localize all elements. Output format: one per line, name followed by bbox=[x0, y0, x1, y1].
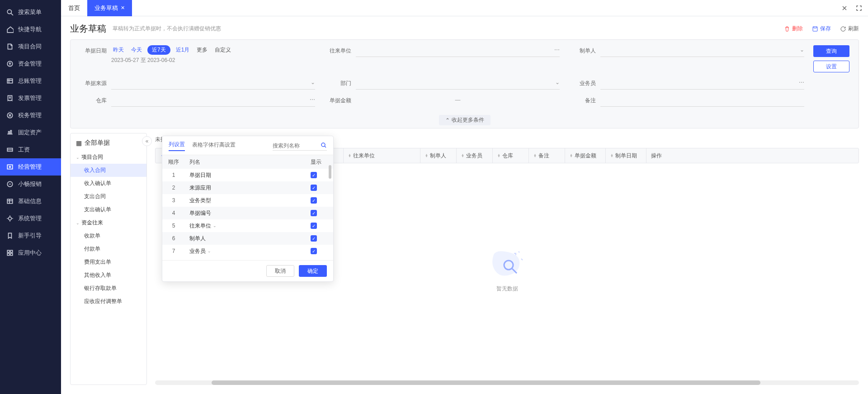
row-checkbox[interactable]: ✓ bbox=[311, 185, 317, 191]
filter-warehouse-input[interactable]: ⋯ bbox=[111, 95, 315, 107]
sidebar-item-search[interactable]: 搜索菜单 bbox=[0, 4, 61, 21]
table-column-6[interactable]: ▲▼业务员 bbox=[457, 148, 493, 163]
popover-row[interactable]: 1单据日期✓ bbox=[162, 169, 333, 181]
date-option-4[interactable]: 更多 bbox=[195, 45, 209, 55]
collapse-filters-button[interactable]: ⌃ 收起更多条件 bbox=[439, 115, 491, 125]
filter-date-label: 单据日期 bbox=[80, 45, 111, 55]
table-column-10[interactable]: ▲▼制单日期 bbox=[606, 148, 646, 163]
row-checkbox[interactable]: ✓ bbox=[311, 210, 317, 216]
search-icon bbox=[321, 142, 327, 150]
row-name: 单据日期 bbox=[189, 171, 211, 179]
date-option-3[interactable]: 近1月 bbox=[174, 45, 192, 55]
date-option-0[interactable]: 昨天 bbox=[111, 45, 126, 55]
popover-tab-font[interactable]: 表格字体行高设置 bbox=[192, 141, 236, 151]
popover-search-input[interactable] bbox=[273, 141, 327, 151]
popover-row[interactable]: 6制单人✓ bbox=[162, 232, 333, 245]
row-checkbox[interactable]: ✓ bbox=[311, 223, 317, 229]
sidebar-item-asset[interactable]: 固定资产 bbox=[0, 124, 61, 141]
filter-source-input[interactable]: ⌄ bbox=[111, 78, 315, 90]
page-header: 业务草稿 草稿转为正式单据时，不会执行满赠促销优惠 删除 保存 刷新 bbox=[61, 16, 868, 39]
tree-leaf[interactable]: 支出合同 bbox=[71, 190, 146, 203]
row-checkbox[interactable]: ✓ bbox=[311, 197, 317, 204]
popover-tab-columns[interactable]: 列设置 bbox=[169, 141, 185, 151]
tree-leaf[interactable]: 付款单 bbox=[71, 242, 146, 256]
setting-button[interactable]: 设置 bbox=[813, 61, 849, 72]
popover-row[interactable]: 3业务类型✓ bbox=[162, 194, 333, 207]
save-button[interactable]: 保存 bbox=[812, 25, 831, 33]
row-checkbox[interactable]: ✓ bbox=[311, 172, 317, 178]
tab-0[interactable]: 首页 bbox=[61, 0, 87, 16]
save-label: 保存 bbox=[820, 25, 831, 33]
left-panel-title: 全部单据 bbox=[85, 139, 110, 147]
date-option-1[interactable]: 今天 bbox=[129, 45, 144, 55]
close-tabs-button[interactable] bbox=[839, 3, 850, 14]
close-icon[interactable]: ✕ bbox=[121, 5, 125, 11]
sidebar-item-label: 快捷导航 bbox=[18, 25, 42, 33]
filter-remark-label: 备注 bbox=[569, 95, 600, 104]
popover-scrollbar[interactable] bbox=[329, 165, 331, 179]
refresh-button[interactable]: 刷新 bbox=[840, 25, 859, 33]
query-button[interactable]: 查询 bbox=[813, 45, 849, 57]
popover-row[interactable]: 5往来单位 ⌄✓ bbox=[162, 219, 333, 232]
filter-operator-input[interactable]: ⋯ bbox=[600, 78, 804, 90]
filter-creator-input[interactable]: ⌄ bbox=[600, 45, 804, 57]
sidebar-item-label: 基础信息 bbox=[18, 197, 42, 205]
sidebar-item-base[interactable]: 基础信息 bbox=[0, 193, 61, 210]
tree-leaf[interactable]: 收入合同 bbox=[71, 164, 146, 177]
chevron-down-icon: ⌄ bbox=[76, 221, 80, 225]
sidebar-item-biz[interactable]: 经营管理 bbox=[0, 158, 61, 176]
popover-ok-button[interactable]: 确定 bbox=[299, 265, 327, 277]
tree-leaf[interactable]: 费用支出单 bbox=[71, 256, 146, 269]
horizontal-scrollbar[interactable] bbox=[155, 380, 859, 385]
page-subtitle: 草稿转为正式单据时，不会执行满赠促销优惠 bbox=[113, 25, 221, 33]
sidebar-item-ledger[interactable]: 总账管理 bbox=[0, 72, 61, 90]
table-column-8[interactable]: ▲▼备注 bbox=[529, 148, 565, 163]
tab-1[interactable]: 业务草稿✕ bbox=[87, 0, 132, 16]
table-column-11[interactable]: 操作 bbox=[646, 148, 674, 163]
tree-group-0[interactable]: ⌄项目合同 bbox=[71, 151, 146, 164]
tree-leaf[interactable]: 应收应付调整单 bbox=[71, 295, 146, 308]
tree-leaf[interactable]: 支出确认单 bbox=[71, 203, 146, 216]
fullscreen-button[interactable] bbox=[854, 3, 864, 14]
filter-remark-input[interactable] bbox=[600, 95, 804, 107]
date-option-2[interactable]: 近7天 bbox=[147, 45, 170, 55]
sidebar-item-label: 项目合同 bbox=[18, 43, 42, 51]
table-column-5[interactable]: ▲▼制单人 bbox=[420, 148, 457, 163]
column-label: 往来单位 bbox=[353, 152, 375, 160]
popover-row[interactable]: 7业务员 ⌄✓ bbox=[162, 245, 333, 257]
sidebar-item-salary[interactable]: 工资 bbox=[0, 141, 61, 158]
column-label: 制单日期 bbox=[615, 152, 637, 160]
table-column-7[interactable]: ▲▼仓库 bbox=[493, 148, 529, 163]
row-order: 6 bbox=[162, 235, 185, 242]
date-option-5[interactable]: 自定义 bbox=[213, 45, 233, 55]
sidebar-item-apps[interactable]: 应用中心 bbox=[0, 244, 61, 261]
table-column-4[interactable]: ▲▼往来单位 bbox=[344, 148, 420, 163]
filter-dept-input[interactable]: ⌄ bbox=[356, 78, 560, 90]
sidebar-item-invoice[interactable]: 发票管理 bbox=[0, 90, 61, 107]
sidebar-item-tax[interactable]: 税务管理 bbox=[0, 107, 61, 124]
table-column-9[interactable]: ▲▼单据金额 bbox=[565, 148, 606, 163]
delete-button[interactable]: 删除 bbox=[784, 25, 803, 33]
sidebar-item-system[interactable]: 系统管理 bbox=[0, 210, 61, 227]
popover-row[interactable]: 2来源应用✓ bbox=[162, 181, 333, 194]
row-checkbox[interactable]: ✓ bbox=[311, 235, 317, 242]
popover-cancel-button[interactable]: 取消 bbox=[266, 265, 294, 277]
money-icon bbox=[6, 60, 14, 67]
filter-partner-input[interactable]: ⋯ bbox=[356, 45, 560, 57]
tree-group-1[interactable]: ⌄资金往来 bbox=[71, 216, 146, 229]
tree-leaf[interactable]: 收入确认单 bbox=[71, 177, 146, 190]
tree-leaf[interactable]: 收款单 bbox=[71, 229, 146, 242]
collapse-left-panel-button[interactable]: « bbox=[142, 136, 152, 146]
popover-tab1-label: 列设置 bbox=[169, 141, 185, 147]
sort-icon: ▲▼ bbox=[497, 154, 500, 157]
tree-leaf[interactable]: 其他收入单 bbox=[71, 269, 146, 282]
tree-leaf[interactable]: 银行存取款单 bbox=[71, 282, 146, 295]
sidebar-item-expense[interactable]: 小畅报销 bbox=[0, 176, 61, 193]
sidebar-item-guide[interactable]: 新手引导 bbox=[0, 227, 61, 244]
filter-amount-input[interactable]: — bbox=[356, 95, 560, 107]
row-checkbox[interactable]: ✓ bbox=[311, 248, 317, 254]
popover-row[interactable]: 4单据编号✓ bbox=[162, 207, 333, 219]
sidebar-item-doc[interactable]: 项目合同 bbox=[0, 38, 61, 55]
sidebar-item-money[interactable]: 资金管理 bbox=[0, 55, 61, 72]
sidebar-item-home[interactable]: 快捷导航 bbox=[0, 21, 61, 38]
